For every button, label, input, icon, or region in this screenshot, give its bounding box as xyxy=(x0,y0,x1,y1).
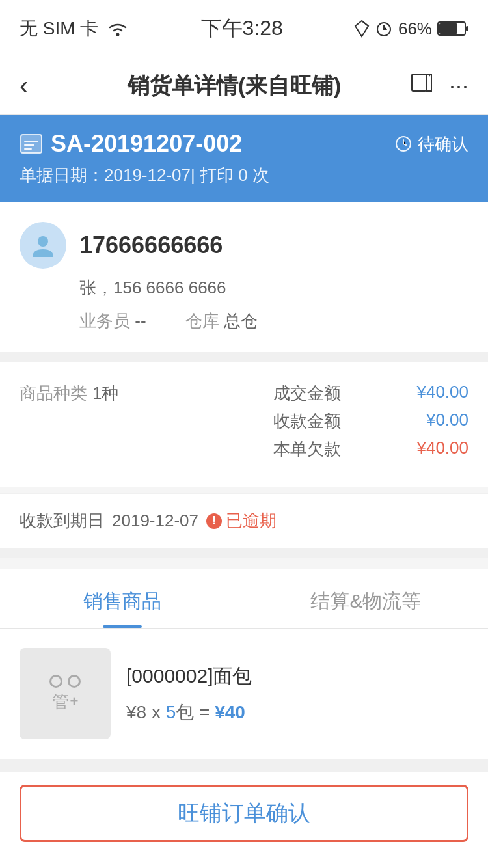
confirm-order-button[interactable]: 旺铺订单确认 xyxy=(20,785,468,842)
back-button[interactable]: ‹ xyxy=(20,71,59,100)
product-name: [0000002]面包 xyxy=(126,663,468,690)
location-icon xyxy=(354,20,370,38)
overdue-icon: ! xyxy=(206,513,222,529)
logo-eye-right xyxy=(68,675,81,688)
warehouse-value: 总仓 xyxy=(224,311,258,331)
due-date: 2019-12-07 xyxy=(112,511,198,531)
svg-rect-6 xyxy=(21,135,42,153)
product-price: ¥8 x 5包 = ¥40 xyxy=(126,700,468,725)
salesman-value: -- xyxy=(135,311,146,331)
product-item: 管 + [0000002]面包 ¥8 x 5包 = ¥40 xyxy=(20,648,468,739)
salesman-label: 业务员 xyxy=(79,311,130,331)
equals-sign: = xyxy=(194,702,215,722)
clock-icon xyxy=(394,135,413,153)
summary-card: 商品种类 1种 成交金额 ¥40.00 收款金额 ¥0.00 本单欠款 ¥40.… xyxy=(0,362,488,487)
order-status-label: 待确认 xyxy=(418,133,468,156)
divider-1 xyxy=(0,352,488,362)
status-bar: 无 SIM 卡 下午3:28 66% xyxy=(0,0,488,57)
product-unit: 包 xyxy=(176,702,194,722)
customer-name: 张，156 6666 6666 xyxy=(79,277,468,299)
product-section: 管 + [0000002]面包 ¥8 x 5包 = ¥40 xyxy=(0,629,488,759)
status-right: 66% xyxy=(354,19,468,39)
transaction-amount: ¥40.00 xyxy=(416,382,468,405)
price-formula: ¥8 x xyxy=(126,702,166,722)
product-total: ¥40 xyxy=(215,702,245,722)
battery-icon xyxy=(437,20,468,37)
divider-2 xyxy=(0,548,488,558)
logo-eye-left xyxy=(49,675,62,688)
transaction-label: 成交金额 xyxy=(273,382,341,405)
svg-point-0 xyxy=(116,33,120,36)
amounts-block: 成交金额 ¥40.00 收款金额 ¥0.00 本单欠款 ¥40.00 xyxy=(273,382,468,461)
order-banner: SA-20191207-002 待确认 单据日期：2019-12-07| 打印 … xyxy=(0,115,488,202)
category-value: 1种 xyxy=(92,382,118,405)
tabs-container: 销售商品 结算&物流等 xyxy=(0,569,488,629)
overdue-text: 已逾期 xyxy=(226,509,277,532)
svg-rect-3 xyxy=(466,26,468,31)
due-label: 收款到期日 xyxy=(20,509,104,532)
nav-actions: ··· xyxy=(410,71,468,100)
order-icon xyxy=(20,132,43,156)
product-qty: 5 xyxy=(166,702,176,722)
battery-percent: 66% xyxy=(398,19,432,39)
svg-rect-5 xyxy=(412,74,426,91)
share-button[interactable] xyxy=(410,71,433,100)
page-title: 销货单详情(来自旺铺) xyxy=(128,71,342,101)
customer-phone: 17666666666 xyxy=(79,232,223,259)
logo-plus-icon: + xyxy=(70,693,79,710)
carrier-label: 无 SIM 卡 xyxy=(20,16,98,41)
category-row: 商品种类 1种 xyxy=(20,382,118,405)
received-label: 收款金额 xyxy=(273,410,341,433)
status-left: 无 SIM 卡 xyxy=(20,16,129,41)
nav-bar: ‹ 销货单详情(来自旺铺) ··· xyxy=(0,57,488,115)
avatar xyxy=(20,222,66,269)
overdue-badge: ! 已逾期 xyxy=(206,509,277,532)
tab-sales-products[interactable]: 销售商品 xyxy=(0,569,244,628)
bottom-bar: 旺铺订单确认 xyxy=(0,772,488,868)
due-date-row: 收款到期日 2019-12-07 ! 已逾期 xyxy=(0,493,488,548)
received-amount: ¥0.00 xyxy=(426,410,468,433)
owed-label: 本单欠款 xyxy=(273,438,341,461)
more-button[interactable]: ··· xyxy=(449,72,468,100)
svg-point-8 xyxy=(38,236,48,247)
category-label: 商品种类 xyxy=(20,382,87,405)
product-info: [0000002]面包 ¥8 x 5包 = ¥40 xyxy=(126,663,468,725)
order-date: 单据日期：2019-12-07| 打印 0 次 xyxy=(20,164,468,187)
customer-meta: 业务员 -- 仓库 总仓 xyxy=(79,310,468,332)
order-id: SA-20191207-002 xyxy=(51,130,242,157)
order-status: 待确认 xyxy=(394,133,468,156)
product-logo: 管 + xyxy=(49,675,81,713)
customer-card: 17666666666 张，156 6666 6666 业务员 -- 仓库 总仓 xyxy=(0,202,488,352)
warehouse-label: 仓库 xyxy=(185,311,219,331)
product-image: 管 + xyxy=(20,648,111,739)
svg-rect-4 xyxy=(439,23,457,34)
status-time: 下午3:28 xyxy=(201,14,283,43)
alarm-icon xyxy=(375,20,393,38)
owed-amount: ¥40.00 xyxy=(416,438,468,461)
tab-settlement-logistics[interactable]: 结算&物流等 xyxy=(244,569,488,628)
wifi-icon xyxy=(106,20,129,38)
